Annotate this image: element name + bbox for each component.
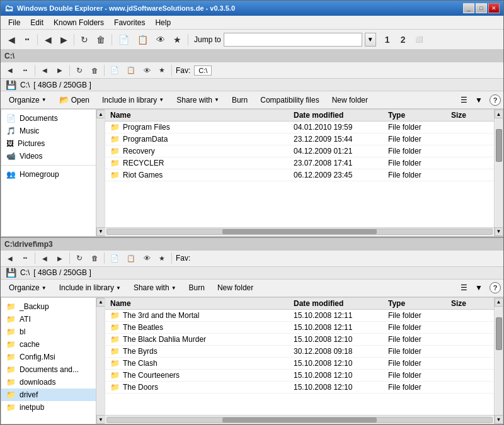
pane2-organize-btn[interactable]: Organize▼ xyxy=(3,281,52,294)
pane1-burn-btn[interactable]: Burn xyxy=(226,94,253,106)
pane1-pictures-item[interactable]: 🖼 Pictures xyxy=(1,137,96,150)
pane2-col-size[interactable]: Size xyxy=(451,299,489,308)
pane2-delete[interactable]: 🗑 xyxy=(88,251,101,265)
pane1-new-folder-btn[interactable]: New folder xyxy=(326,94,374,106)
close-button[interactable]: ✕ xyxy=(488,3,500,13)
menu-edit[interactable]: Edit xyxy=(25,17,49,28)
pane1-fav-path[interactable]: C:\ xyxy=(194,65,212,76)
pane1-left-sb-down[interactable]: ▼ xyxy=(96,227,105,236)
pane1-view-dropdown-btn[interactable]: ▼ xyxy=(472,93,486,107)
delete-button[interactable]: 🗑 xyxy=(93,33,108,47)
pane1-compat-btn[interactable]: Compatibility files xyxy=(255,94,324,106)
pane1-share-btn[interactable]: Share with▼ xyxy=(171,94,225,106)
pane1-delete[interactable]: 🗑 xyxy=(88,64,101,77)
pane1-music-item[interactable]: 🎵 Music xyxy=(1,125,96,137)
pane2-documents-item[interactable]: 📁 Documents and... xyxy=(1,363,96,376)
pane2-downloads-item[interactable]: 📁 downloads xyxy=(1,376,96,388)
copy-button[interactable]: 📄 xyxy=(115,33,132,47)
pane2-new-folder-btn[interactable]: New folder xyxy=(212,281,259,294)
pane1-col-type[interactable]: Type xyxy=(388,111,451,120)
table-row[interactable]: 📁Program Files 04.01.2010 19:59 File fol… xyxy=(105,122,494,133)
pane2-next[interactable]: ▶ xyxy=(53,251,67,265)
table-row[interactable]: 📁Recovery 04.12.2009 01:21 File folder xyxy=(105,145,494,157)
sync-button[interactable]: ⬜ xyxy=(412,33,426,47)
pane1-open-btn[interactable]: 📂 Open xyxy=(54,93,95,106)
maximize-button[interactable]: □ xyxy=(476,3,487,13)
pane2-refresh[interactable]: ↻ xyxy=(72,251,86,265)
pane2-left-sb-up[interactable]: ▲ xyxy=(96,298,105,307)
pane2-help-btn[interactable]: ? xyxy=(490,282,501,293)
pane1-help-btn[interactable]: ? xyxy=(490,94,501,106)
pane2-copy[interactable]: 📄 xyxy=(107,251,122,265)
menu-known-folders[interactable]: Known Folders xyxy=(49,17,109,28)
pane1-back[interactable]: ◀ xyxy=(3,64,17,77)
table-row[interactable]: 📁The Courteeners 15.10.2008 12:10 File f… xyxy=(105,370,494,382)
view-button[interactable]: 👁 xyxy=(153,33,168,47)
pane2-col-name[interactable]: Name xyxy=(110,299,294,308)
pane1-videos-item[interactable]: 📹 Videos xyxy=(1,150,96,162)
pane1-next[interactable]: ▶ xyxy=(53,64,67,77)
pane2-bl-item[interactable]: 📁 bl xyxy=(1,326,96,338)
pane1-left-sb-up[interactable]: ▲ xyxy=(96,110,105,118)
pane2-left-sb-down[interactable]: ▼ xyxy=(96,415,105,424)
pane1-paste[interactable]: 📋 xyxy=(123,64,139,77)
pane1-col-size[interactable]: Size xyxy=(451,111,489,120)
minimize-button[interactable]: _ xyxy=(463,3,474,13)
next-button[interactable]: ▶ xyxy=(57,33,71,47)
table-row[interactable]: 📁The Clash 15.10.2008 12:10 File folder xyxy=(105,358,494,370)
pane2-back[interactable]: ◀ xyxy=(3,251,17,265)
pane2-dots[interactable]: •• xyxy=(18,251,32,265)
back-button[interactable]: ◀ xyxy=(4,33,18,47)
pane1-dots[interactable]: •• xyxy=(18,64,32,77)
pane1-col-date[interactable]: Date modified xyxy=(294,111,388,120)
prev-button[interactable]: ◀ xyxy=(41,33,55,47)
table-row[interactable]: 📁The Doors 15.10.2008 12:10 File folder xyxy=(105,382,494,394)
pane2-cache-item[interactable]: 📁 cache xyxy=(1,338,96,351)
pane2-sb-down[interactable]: ▼ xyxy=(495,415,503,424)
view-2-button[interactable]: 2 xyxy=(396,33,410,47)
pane2-sb-up[interactable]: ▲ xyxy=(495,298,503,307)
pane1-view-list-btn[interactable]: ☰ xyxy=(457,93,471,107)
pane2-col-date[interactable]: Date modified xyxy=(294,299,388,308)
pane2-view-list-btn[interactable]: ☰ xyxy=(457,281,471,295)
pane1-include-btn[interactable]: Include in library▼ xyxy=(96,94,169,106)
table-row[interactable]: 📁The Beatles 15.10.2008 12:11 File folde… xyxy=(105,322,494,334)
pane1-col-name[interactable]: Name xyxy=(110,111,294,120)
menu-favorites[interactable]: Favorites xyxy=(109,17,150,28)
star-button[interactable]: ★ xyxy=(170,33,185,47)
table-row[interactable]: 📁ProgramData 23.12.2009 15:44 File folde… xyxy=(105,133,494,145)
pane1-copy[interactable]: 📄 xyxy=(107,64,122,77)
nav-dots[interactable]: •• xyxy=(20,33,34,47)
pane2-col-type[interactable]: Type xyxy=(388,299,451,308)
jump-dropdown[interactable]: ▼ xyxy=(365,33,376,47)
jump-input[interactable] xyxy=(224,33,362,47)
menu-file[interactable]: File xyxy=(3,17,25,28)
pane2-burn-btn[interactable]: Burn xyxy=(183,281,210,294)
pane1-view[interactable]: 👁 xyxy=(140,64,154,77)
pane2-ati-item[interactable]: 📁 ATI xyxy=(1,313,96,326)
pane2-view[interactable]: 👁 xyxy=(140,251,154,265)
refresh-button[interactable]: ↻ xyxy=(77,33,91,47)
pane1-documents-item[interactable]: 📄 Documents xyxy=(1,112,96,125)
pane2-prev[interactable]: ◀ xyxy=(38,251,52,265)
pane2-share-btn[interactable]: Share with▼ xyxy=(128,281,182,294)
table-row[interactable]: 📁The 3rd and the Mortal 15.10.2008 12:11… xyxy=(105,310,494,322)
table-row[interactable]: 📁The Byrds 30.12.2008 09:18 File folder xyxy=(105,346,494,358)
pane2-inetpub-item[interactable]: 📁 inetpub xyxy=(1,401,96,414)
pane2-star[interactable]: ★ xyxy=(155,251,169,265)
pane1-refresh[interactable]: ↻ xyxy=(72,64,86,77)
view-1-button[interactable]: 1 xyxy=(381,33,394,47)
pane1-star[interactable]: ★ xyxy=(155,64,169,77)
paste-button[interactable]: 📋 xyxy=(134,33,151,47)
pane1-organize-btn[interactable]: Organize▼ xyxy=(3,94,52,106)
pane2-include-btn[interactable]: Include in library▼ xyxy=(54,281,127,294)
pane2-drivef-item[interactable]: 📁 drivef xyxy=(1,388,96,401)
pane2-view-dropdown-btn[interactable]: ▼ xyxy=(472,281,486,295)
pane1-sb-down[interactable]: ▼ xyxy=(495,227,503,236)
pane1-prev[interactable]: ◀ xyxy=(38,64,52,77)
pane2-configmsi-item[interactable]: 📁 Config.Msi xyxy=(1,351,96,363)
pane2-backup-item[interactable]: 📁 _Backup xyxy=(1,300,96,313)
table-row[interactable]: 📁The Black Dahlia Murder 15.10.2008 12:1… xyxy=(105,334,494,346)
menu-help[interactable]: Help xyxy=(150,17,176,28)
pane2-scrollbar-h[interactable] xyxy=(105,415,494,424)
